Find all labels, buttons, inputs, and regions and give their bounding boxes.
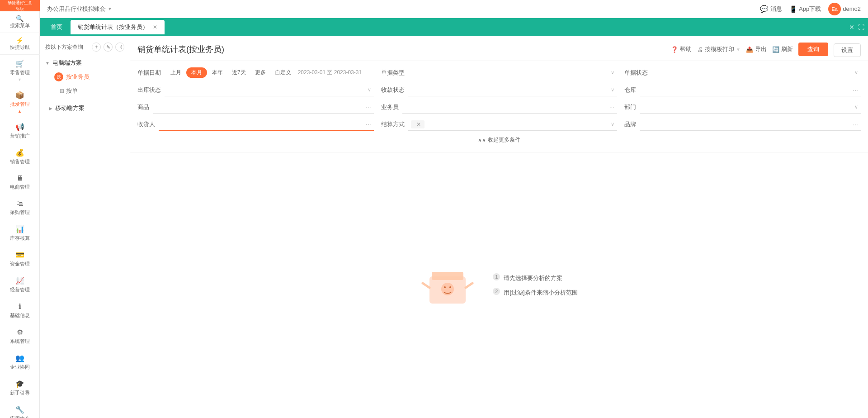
add-scheme-btn[interactable]: + (92, 43, 101, 52)
settlement-select[interactable]: ✕ ∨ (408, 118, 618, 131)
message-icon: 💬 (760, 5, 769, 13)
content-area: 按以下方案查询 + ✎ 《 ▼ 电脑端方案 按 按业务员 ⊞ (40, 36, 868, 418)
sidebar-item-system[interactable]: ⚙ 系统管理 (0, 323, 40, 349)
settings-button[interactable]: 设置 (834, 43, 861, 57)
print-icon: 🖨 (697, 46, 703, 53)
sidebar-search[interactable]: 🔍 搜索菜单 (0, 11, 40, 33)
department-arrow-icon: ∨ (854, 104, 858, 110)
settlement-label: 结算方式 (381, 120, 405, 128)
pc-scheme-group: ▼ 电脑端方案 按 按业务员 ⊞ 按单 (40, 54, 130, 100)
sidebar-item-basic[interactable]: ℹ 基础信息 (0, 298, 40, 323)
edit-scheme-btn[interactable]: ✎ (104, 43, 113, 52)
user-avatar: Ea (828, 3, 841, 15)
collapse-panel-btn[interactable]: 《 (115, 43, 124, 52)
sidebar-item-inventory[interactable]: 📊 库存核算 (0, 220, 40, 246)
account-dropdown[interactable]: 办公用品行业模拟账套 ▼ (47, 5, 112, 13)
staff-dots-icon: ··· (609, 104, 615, 111)
user-menu[interactable]: Ea demo2 (828, 3, 861, 15)
hint-item-1: 1 请先选择要分析的方案 (493, 272, 577, 284)
refresh-icon: 🔄 (772, 46, 779, 53)
close-window-icon[interactable]: ✕ (849, 24, 854, 31)
tab-window-controls: ✕ ⛶ (845, 24, 864, 31)
prev-month-btn[interactable]: 上月 (166, 67, 185, 78)
scheme-item-by-order[interactable]: ⊞ 按单 (40, 84, 130, 98)
date-label: 单据日期 (137, 69, 161, 77)
print-btn[interactable]: 🖨 按模板打印 ▼ (697, 45, 741, 53)
message-btn[interactable]: 💬 消息 (760, 5, 782, 13)
maximize-window-icon[interactable]: ⛶ (858, 24, 864, 31)
empty-illustration (420, 263, 475, 308)
goods-select[interactable]: ··· (153, 101, 374, 114)
left-panel: 按以下方案查询 + ✎ 《 ▼ 电脑端方案 按 按业务员 ⊞ (40, 36, 130, 418)
download-icon: 📱 (789, 5, 797, 13)
department-select[interactable]: ∨ (640, 101, 861, 114)
tab-home[interactable]: 首页 (43, 20, 70, 34)
sidebar-item-ecommerce[interactable]: 🖥 电商管理 (0, 170, 40, 195)
filter-area: 单据日期 上月 本月 本年 近7天 更多 自定义 2023-03-01 至 20… (130, 61, 868, 152)
collapse-filters-btn[interactable]: ∧∧ 收起更多条件 (137, 133, 861, 147)
cur-year-btn[interactable]: 本年 (208, 67, 227, 78)
sidebar-quick-nav[interactable]: ⚡ 快捷导航 (0, 33, 40, 55)
receiver-label: 收货人 (137, 120, 155, 128)
warehouse-label: 仓库 (624, 86, 636, 94)
cur-month-btn[interactable]: 本月 (186, 67, 207, 78)
brand-label: 品牌 (624, 120, 636, 128)
sidebar-item-operation[interactable]: 📈 经营管理 (0, 272, 40, 298)
tab-close-icon[interactable]: ✕ (153, 24, 157, 30)
pay-status-label: 收款状态 (381, 86, 405, 94)
tab-sales-stat[interactable]: 销货单统计表（按业务员） ✕ (71, 20, 165, 34)
sidebar-item-newguide[interactable]: 🎓 新手引导 (0, 375, 40, 401)
app-download-btn[interactable]: 📱 App下载 (789, 5, 821, 13)
staff-label: 业务员 (381, 103, 399, 111)
query-button[interactable]: 查询 (798, 43, 828, 56)
sidebar-item-retail[interactable]: 🛒 零售管理 ▼ (0, 55, 40, 86)
export-icon: 📤 (746, 46, 753, 53)
page-title: 销货单统计表(按业务员) (137, 44, 224, 55)
brand-select[interactable]: ··· (640, 118, 861, 131)
empty-box-svg (420, 263, 475, 308)
sidebar-item-appcenter[interactable]: 🔧 应用中心 (0, 401, 40, 418)
settlement-tag-remove[interactable]: ✕ (416, 121, 421, 128)
hint-item-2: 2 用[过滤]条件来缩小分析范围 (493, 287, 577, 299)
pc-scheme-group-header[interactable]: ▼ 电脑端方案 (40, 56, 130, 70)
doc-type-select[interactable]: ∨ (408, 66, 618, 79)
sidebar-item-enterprise[interactable]: 👥 企业协同 (0, 349, 40, 375)
export-btn[interactable]: 📤 导出 (746, 45, 767, 53)
tab-bar: 首页 销货单统计表（按业务员） ✕ ✕ ⛶ (40, 18, 868, 36)
print-arrow-icon: ▼ (736, 47, 741, 52)
sidebar-item-wholesale[interactable]: 📦 批发管理 ▲ (0, 86, 40, 118)
sidebar-item-marketing[interactable]: 📢 营销推广 (0, 118, 40, 144)
top-header: 办公用品行业模拟账套 ▼ 💬 消息 📱 App下载 Ea demo2 (40, 0, 868, 18)
scheme-icon: 按 (54, 72, 63, 81)
goods-dots-icon: ··· (366, 104, 371, 111)
right-panel: 销货单统计表(按业务员) ❓ 帮助 🖨 按模板打印 ▼ 📤 导出 (130, 36, 868, 418)
goods-label: 商品 (137, 103, 149, 111)
receiver-input[interactable]: ··· (159, 118, 374, 131)
sidebar-item-sales[interactable]: 💰 销售管理 (0, 144, 40, 170)
pay-status-select[interactable]: ∨ (408, 84, 618, 96)
sidebar-item-purchase[interactable]: 🛍 采购管理 (0, 195, 40, 220)
settlement-arrow-icon: ∨ (611, 121, 614, 127)
help-btn[interactable]: ❓ 帮助 (671, 45, 692, 53)
page-actions: ❓ 帮助 🖨 按模板打印 ▼ 📤 导出 🔄 刷新 (671, 42, 861, 57)
doc-status-select[interactable]: ∨ (651, 66, 861, 79)
sub-scheme-icon: ⊞ (60, 88, 64, 94)
warehouse-select[interactable]: ··· (640, 84, 861, 96)
refresh-btn[interactable]: 🔄 刷新 (772, 45, 793, 53)
scheme-item-by-staff[interactable]: 按 按业务员 (40, 70, 130, 84)
mobile-scheme-group-header[interactable]: ▶ 移动端方案 (40, 101, 130, 115)
staff-select[interactable]: ··· (402, 101, 618, 114)
brand-dots-icon: ··· (853, 121, 858, 128)
out-status-arrow-icon: ∨ (368, 87, 371, 93)
mobile-scheme-group: ▶ 移动端方案 (40, 100, 130, 117)
more-btn[interactable]: 更多 (251, 67, 270, 78)
pay-status-arrow-icon: ∨ (611, 87, 614, 93)
custom-btn[interactable]: 自定义 (271, 67, 295, 78)
sidebar-item-finance[interactable]: 💳 资金管理 (0, 246, 40, 272)
logo-text: 畅捷通好生意 标版 (8, 0, 32, 11)
header-left: 办公用品行业模拟账套 ▼ (47, 5, 112, 13)
empty-state: 1 请先选择要分析的方案 2 用[过滤]条件来缩小分析范围 (130, 152, 868, 418)
last7-btn[interactable]: 近7天 (228, 67, 250, 78)
out-status-select[interactable]: ∨ (165, 84, 374, 96)
date-range-text: 2023-03-01 至 2023-03-31 (298, 69, 362, 76)
